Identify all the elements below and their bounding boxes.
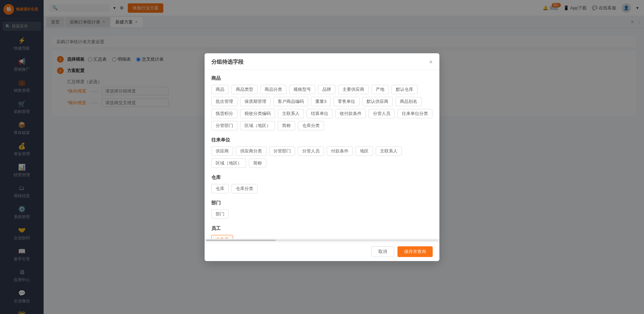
field-tags-warehouse: 仓库仓库分类	[211, 184, 433, 193]
field-tag-product-16[interactable]: 税收分类编码	[240, 109, 275, 118]
section-title-product: 商品	[211, 75, 433, 81]
dialog-overlay: 分组待选字段 × 商品商品商品类型商品分类规格型号品牌主要供应商产地默认仓库批次…	[0, 0, 644, 314]
section-title-employee: 员工	[211, 226, 433, 232]
field-section-employee: 员工业务员	[211, 226, 433, 239]
field-tags-employee: 业务员	[211, 235, 433, 239]
dialog-title: 分组待选字段	[211, 59, 244, 66]
field-select-dialog: 分组待选字段 × 商品商品商品类型商品分类规格型号品牌主要供应商产地默认仓库批次…	[205, 53, 439, 261]
field-tag-partner-8[interactable]: 简称	[249, 159, 266, 168]
field-tag-product-24[interactable]: 简称	[278, 121, 295, 130]
field-tag-product-15[interactable]: 拣货积分	[211, 109, 237, 118]
field-tag-employee-0[interactable]: 业务员	[211, 235, 233, 239]
field-tag-product-19[interactable]: 收付款条件	[335, 109, 366, 118]
field-tag-product-9[interactable]: 保质期管理	[240, 97, 271, 106]
field-tags-department: 部门	[211, 209, 433, 219]
dialog-horizontal-scrollbar[interactable]	[205, 239, 439, 242]
field-tag-product-13[interactable]: 默认供应商	[362, 97, 393, 106]
field-section-department: 部门部门	[211, 200, 433, 219]
hscroll-track	[206, 240, 438, 241]
field-tag-warehouse-1[interactable]: 仓库分类	[231, 184, 258, 193]
field-tag-product-21[interactable]: 往来单位分类	[397, 109, 432, 118]
field-section-product: 商品商品商品类型商品分类规格型号品牌主要供应商产地默认仓库批次管理保质期管理客户…	[211, 75, 433, 130]
field-tag-partner-2[interactable]: 分管部门	[269, 146, 295, 156]
field-tag-warehouse-0[interactable]: 仓库	[211, 184, 229, 193]
field-tags-product: 商品商品类型商品分类规格型号品牌主要供应商产地默认仓库批次管理保质期管理客户商品…	[211, 85, 433, 130]
field-tag-partner-5[interactable]: 地区	[356, 146, 373, 156]
field-tag-product-7[interactable]: 默认仓库	[391, 85, 418, 94]
dialog-footer: 取消 保存并查询	[205, 242, 439, 261]
field-tag-product-12[interactable]: 零售单位	[333, 97, 360, 106]
field-tag-product-11[interactable]: 重量3	[311, 97, 331, 106]
field-tag-product-20[interactable]: 分管人员	[369, 109, 395, 118]
field-tag-product-22[interactable]: 分管部门	[211, 121, 237, 130]
field-tag-product-0[interactable]: 商品	[211, 85, 229, 94]
field-tag-product-2[interactable]: 商品分类	[260, 85, 286, 94]
field-tag-product-8[interactable]: 批次管理	[211, 97, 237, 106]
field-tag-product-18[interactable]: 结算单位	[307, 109, 333, 118]
field-tag-partner-0[interactable]: 供应商	[211, 146, 233, 156]
field-section-partner: 往来单位供应商供应商分类分管部门分管人员付款条件地区主联系人区域（地区）简称	[211, 137, 433, 168]
field-tag-product-17[interactable]: 主联系人	[278, 109, 304, 118]
field-tag-product-25[interactable]: 仓库分类	[298, 121, 324, 130]
field-tag-product-10[interactable]: 客户商品编码	[273, 97, 308, 106]
section-title-department: 部门	[211, 200, 433, 206]
section-title-partner: 往来单位	[211, 137, 433, 143]
field-tags-partner: 供应商供应商分类分管部门分管人员付款条件地区主联系人区域（地区）简称	[211, 146, 433, 168]
field-section-warehouse: 仓库仓库仓库分类	[211, 175, 433, 193]
hscroll-thumb	[206, 240, 276, 241]
field-tag-partner-1[interactable]: 供应商分类	[236, 146, 266, 156]
field-tag-partner-3[interactable]: 分管人员	[298, 146, 324, 156]
confirm-button[interactable]: 保存并查询	[397, 246, 433, 257]
field-tag-partner-6[interactable]: 主联系人	[376, 146, 402, 156]
cancel-button[interactable]: 取消	[371, 246, 394, 257]
field-tag-product-1[interactable]: 商品类型	[231, 85, 258, 94]
field-tag-product-6[interactable]: 产地	[371, 85, 389, 94]
dialog-header: 分组待选字段 ×	[205, 53, 439, 70]
field-tag-product-3[interactable]: 规格型号	[289, 85, 315, 94]
field-tag-department-0[interactable]: 部门	[211, 209, 229, 219]
dialog-body: 商品商品商品类型商品分类规格型号品牌主要供应商产地默认仓库批次管理保质期管理客户…	[205, 70, 439, 239]
dialog-close-button[interactable]: ×	[429, 59, 433, 66]
field-tag-partner-7[interactable]: 区域（地区）	[211, 159, 246, 168]
field-tag-product-5[interactable]: 主要供应商	[338, 85, 369, 94]
field-tag-partner-4[interactable]: 付款条件	[327, 146, 353, 156]
field-tag-product-23[interactable]: 区域（地区）	[240, 121, 275, 130]
section-title-warehouse: 仓库	[211, 175, 433, 181]
field-tag-product-4[interactable]: 品牌	[318, 85, 335, 94]
field-tag-product-14[interactable]: 商品别名	[395, 97, 422, 106]
